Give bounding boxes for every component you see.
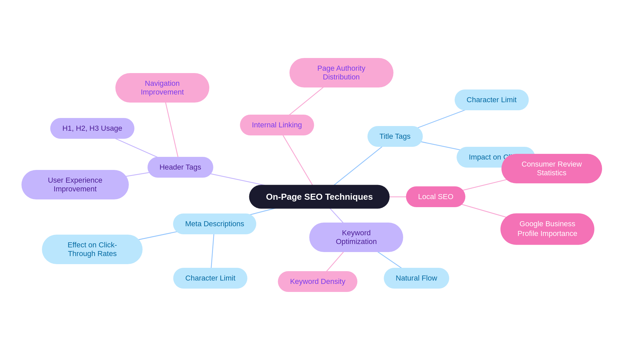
- header-tags-node: Header Tags: [147, 157, 213, 178]
- natural-flow-node: Natural Flow: [384, 268, 449, 289]
- effect-ctr-node: Effect on Click-Through Rates: [42, 235, 143, 264]
- character-limit-meta-node: Character Limit: [173, 268, 248, 289]
- user-experience-node: User Experience Improvement: [21, 170, 129, 199]
- mind-map: On-Page SEO TechniquesInternal LinkingPa…: [0, 0, 644, 363]
- navigation-node: Navigation Improvement: [115, 73, 209, 103]
- keyword-optimization-node: Keyword Optimization: [309, 223, 403, 252]
- local-seo-node: Local SEO: [406, 186, 466, 207]
- title-tags-node: Title Tags: [367, 126, 423, 147]
- internal-linking-node: Internal Linking: [240, 115, 314, 135]
- meta-descriptions-node: Meta Descriptions: [173, 214, 256, 234]
- keyword-density-node: Keyword Density: [278, 271, 358, 292]
- h1h2h3-node: H1, H2, H3 Usage: [50, 118, 135, 139]
- consumer-review-node: Consumer Review Statistics: [501, 154, 602, 183]
- center-node: On-Page SEO Techniques: [249, 185, 390, 209]
- google-business-node: Google Business Profile Importance: [500, 214, 594, 245]
- page-authority-node: Page Authority Distribution: [289, 58, 393, 87]
- character-limit-title-node: Character Limit: [454, 89, 529, 110]
